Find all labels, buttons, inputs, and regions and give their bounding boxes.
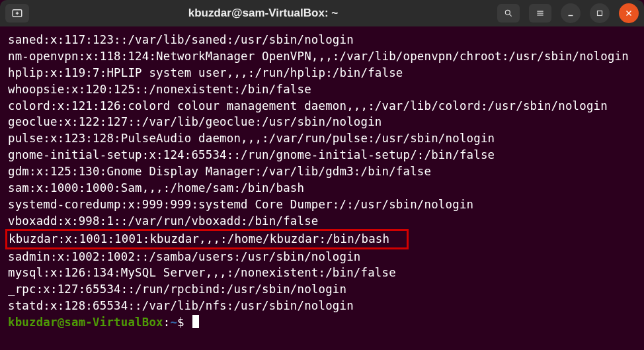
menu-button[interactable] bbox=[529, 4, 551, 22]
terminal-line: gnome-initial-setup:x:124:65534::/run/gn… bbox=[8, 147, 637, 163]
svg-rect-9 bbox=[598, 11, 602, 16]
terminal-line: colord:x:121:126:colord colour managemen… bbox=[8, 98, 637, 114]
terminal-line: whoopsie:x:120:125::/nonexistent:/bin/fa… bbox=[8, 81, 637, 98]
window-titlebar: kbuzdar@sam-VirtualBox: ~ bbox=[0, 0, 644, 26]
terminal-line: gdm:x:125:130:Gnome Display Manager:/var… bbox=[8, 163, 637, 180]
titlebar-controls bbox=[497, 3, 639, 23]
window-title: kbuzdar@sam-VirtualBox: ~ bbox=[34, 7, 492, 20]
highlighted-line: kbuzdar:x:1001:1001:kbuzdar,,,:/home/kbu… bbox=[5, 229, 409, 249]
svg-line-4 bbox=[509, 14, 511, 16]
terminal-line: sadmin:x:1002:1002::/samba/users:/usr/sb… bbox=[8, 249, 637, 265]
cursor bbox=[192, 315, 199, 328]
terminal-line: _rpc:x:127:65534::/run/rpcbind:/usr/sbin… bbox=[8, 281, 637, 298]
terminal-line: vboxadd:x:998:1::/var/run/vboxadd:/bin/f… bbox=[8, 213, 637, 230]
terminal-line: hplip:x:119:7:HPLIP system user,,,:/run/… bbox=[8, 65, 637, 81]
close-button[interactable] bbox=[619, 3, 639, 23]
minimize-button[interactable] bbox=[561, 3, 581, 23]
new-tab-button[interactable] bbox=[5, 4, 29, 22]
terminal-line: geoclue:x:122:127::/var/lib/geoclue:/usr… bbox=[8, 114, 637, 130]
terminal-line: mysql:x:126:134:MySQL Server,,,:/nonexis… bbox=[8, 265, 637, 281]
terminal-line: kbuzdar:x:1001:1001:kbuzdar,,,:/home/kbu… bbox=[8, 230, 637, 249]
terminal-line: systemd-coredump:x:999:999:systemd Core … bbox=[8, 197, 637, 213]
terminal-line: statd:x:128:65534::/var/lib/nfs:/usr/sbi… bbox=[8, 298, 637, 314]
search-button[interactable] bbox=[497, 4, 520, 22]
prompt-line[interactable]: kbuzdar@sam-VirtualBox:~$ bbox=[8, 314, 637, 331]
terminal-line: saned:x:117:123::/var/lib/saned:/usr/sbi… bbox=[8, 32, 637, 48]
terminal-line: sam:x:1000:1000:Sam,,,:/home/sam:/bin/ba… bbox=[8, 180, 637, 197]
terminal-line: nm-openvpn:x:118:124:NetworkManager Open… bbox=[8, 48, 637, 65]
prompt-userhost: kbuzdar@sam-VirtualBox bbox=[8, 316, 163, 329]
prompt-path: ~ bbox=[170, 316, 177, 329]
terminal-line: pulse:x:123:128:PulseAudio daemon,,,:/va… bbox=[8, 130, 637, 147]
prompt-dollar: $ bbox=[177, 316, 191, 329]
terminal-output[interactable]: saned:x:117:123::/var/lib/saned:/usr/sbi… bbox=[0, 26, 644, 335]
svg-point-3 bbox=[505, 10, 510, 15]
maximize-button[interactable] bbox=[590, 3, 610, 23]
prompt-sep: : bbox=[163, 316, 171, 329]
